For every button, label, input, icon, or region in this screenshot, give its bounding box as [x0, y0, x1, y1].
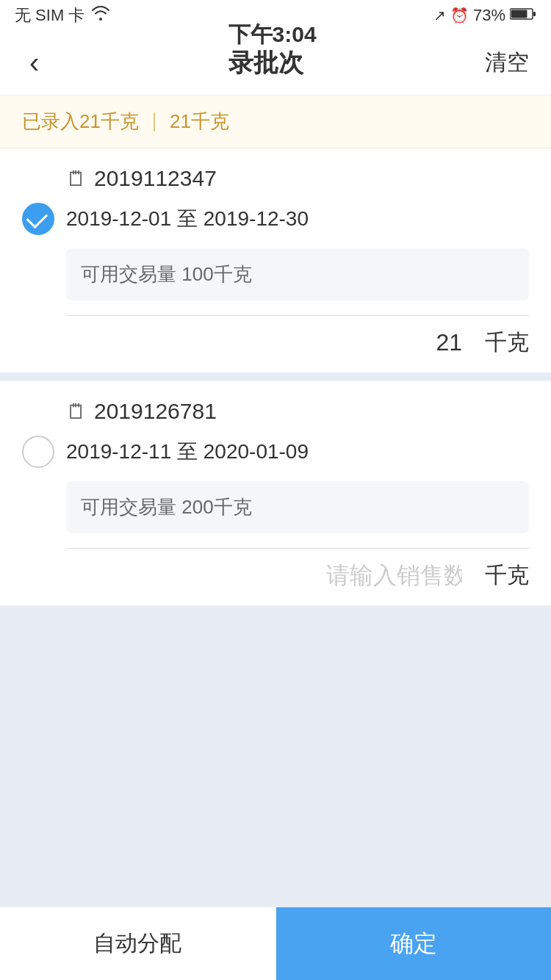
batch-unit-1: 千克: [485, 328, 529, 358]
battery-icon: [510, 6, 536, 25]
svg-rect-2: [533, 12, 536, 16]
status-right: ↗ ⏰ 73%: [433, 6, 536, 25]
doc-icon-1: 🗒: [66, 167, 87, 191]
confirm-button[interactable]: 确定: [276, 907, 552, 980]
footer: 自动分配 确定: [0, 907, 551, 980]
alarm-icon: ⏰: [450, 7, 469, 24]
wifi-icon: [90, 6, 111, 25]
batch-item-1: 🗒 2019112347 2019-12-01 至 2019-12-30 可用交…: [0, 148, 551, 372]
batch-input-row-2: 千克: [22, 549, 529, 605]
batch-id-row-2: 🗒 2019126781: [22, 399, 529, 424]
batch-value-input-2[interactable]: [326, 562, 473, 589]
batch-input-row-1: 千克: [22, 316, 529, 372]
radio-unchecked-2[interactable]: [22, 436, 54, 468]
info-amount: 21千克: [170, 109, 229, 134]
batch-qty-2: 可用交易量 200千克: [66, 481, 529, 533]
batch-card-1: 🗒 2019112347 2019-12-01 至 2019-12-30 可用交…: [0, 148, 551, 372]
batch-card-2: 🗒 2019126781 2019-12-11 至 2020-01-09 可用交…: [0, 381, 551, 605]
batch-date-1: 2019-12-01 至 2019-12-30: [66, 205, 309, 233]
batch-id-row-1: 🗒 2019112347: [22, 166, 529, 191]
page-title: 录批次: [228, 46, 303, 80]
batch-id-1: 2019112347: [94, 166, 217, 191]
radio-checked-1[interactable]: [22, 203, 54, 235]
batch-date-row-2[interactable]: 2019-12-11 至 2020-01-09: [22, 436, 529, 468]
auto-distribute-button[interactable]: 自动分配: [0, 907, 276, 980]
page-content: 🗒 2019112347 2019-12-01 至 2019-12-30 可用交…: [0, 148, 551, 980]
batch-date-2: 2019-12-11 至 2020-01-09: [66, 438, 309, 466]
svg-rect-1: [511, 10, 527, 18]
recorded-info: 已录入21千克: [22, 109, 139, 134]
status-left: 无 SIM 卡: [15, 4, 111, 26]
batch-separator-2: [0, 605, 551, 614]
batch-unit-2: 千克: [485, 561, 529, 591]
info-divider: [154, 112, 155, 131]
batch-value-input-1[interactable]: [326, 329, 473, 356]
bottom-empty-area: [0, 614, 551, 908]
battery-label: 73%: [473, 6, 505, 25]
batch-qty-1: 可用交易量 100千克: [66, 248, 529, 300]
location-icon: ↗: [433, 7, 446, 24]
info-bar: 已录入21千克 21千克: [0, 96, 551, 148]
status-time: 下午3:04: [228, 20, 317, 50]
doc-icon-2: 🗒: [66, 400, 87, 424]
back-button[interactable]: ‹: [22, 39, 46, 87]
sim-label: 无 SIM 卡: [15, 4, 84, 26]
clear-button[interactable]: 清空: [485, 48, 529, 78]
batch-id-2: 2019126781: [94, 399, 217, 424]
status-bar: 无 SIM 卡 下午3:04 ↗ ⏰ 73%: [0, 0, 551, 31]
batch-separator-1: [0, 372, 551, 381]
batch-item-2: 🗒 2019126781 2019-12-11 至 2020-01-09 可用交…: [0, 381, 551, 605]
batch-date-row-1[interactable]: 2019-12-01 至 2019-12-30: [22, 203, 529, 235]
